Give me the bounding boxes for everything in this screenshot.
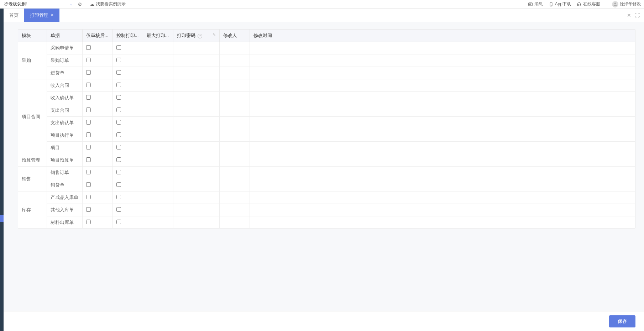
- checkbox-audit-only[interactable]: [86, 207, 91, 212]
- divider: [606, 2, 606, 7]
- cell-audit-only: [82, 129, 112, 142]
- close-icon[interactable]: ✕: [51, 13, 54, 17]
- cell-max-print[interactable]: [143, 191, 173, 204]
- checkbox-audit-only[interactable]: [86, 157, 91, 162]
- cell-module: 库存: [18, 191, 47, 228]
- cell-print-password[interactable]: [173, 179, 219, 191]
- cell-max-print[interactable]: [143, 167, 173, 179]
- checkbox-control-print[interactable]: [116, 195, 121, 199]
- checkbox-audit-only[interactable]: [86, 58, 91, 62]
- checkbox-control-print[interactable]: [116, 182, 121, 187]
- checkbox-control-print[interactable]: [116, 45, 121, 50]
- table-row: 销售销售订单: [18, 167, 635, 179]
- cell-modify-time: [250, 216, 635, 228]
- close-all-icon[interactable]: ✕: [627, 12, 631, 18]
- checkbox-audit-only[interactable]: [86, 182, 91, 187]
- cell-print-password[interactable]: [173, 216, 219, 228]
- cell-print-password[interactable]: [173, 42, 219, 54]
- cell-max-print[interactable]: [143, 92, 173, 104]
- checkbox-control-print[interactable]: [116, 120, 121, 125]
- cell-max-print[interactable]: [143, 179, 173, 191]
- cell-print-password[interactable]: [173, 142, 219, 154]
- cell-max-print[interactable]: [143, 79, 173, 92]
- cell-audit-only: [82, 204, 112, 216]
- cell-print-password[interactable]: [173, 104, 219, 117]
- checkbox-audit-only[interactable]: [86, 145, 91, 149]
- cell-max-print[interactable]: [143, 104, 173, 117]
- fullscreen-icon[interactable]: ⛶: [635, 12, 640, 18]
- gear-icon[interactable]: ⚙: [78, 1, 82, 7]
- online-service-link[interactable]: 在线客服: [577, 1, 600, 7]
- cell-print-password[interactable]: [173, 54, 219, 67]
- cell-print-password[interactable]: [173, 79, 219, 92]
- cell-audit-only: [82, 117, 112, 129]
- help-icon[interactable]: ?: [198, 34, 202, 38]
- cell-max-print[interactable]: [143, 129, 173, 142]
- checkbox-audit-only[interactable]: [86, 45, 91, 50]
- message-link[interactable]: 消息: [528, 1, 543, 7]
- cell-print-password[interactable]: [173, 154, 219, 167]
- checkbox-control-print[interactable]: [116, 157, 121, 162]
- cell-module: 采购: [18, 42, 47, 79]
- cell-audit-only: [82, 42, 112, 54]
- table-row: 项目: [18, 142, 635, 154]
- cell-max-print[interactable]: [143, 42, 173, 54]
- edit-icon[interactable]: ✎: [213, 32, 216, 37]
- cell-max-print[interactable]: [143, 142, 173, 154]
- cell-modifier: [219, 42, 250, 54]
- checkbox-control-print[interactable]: [116, 207, 121, 212]
- checkbox-audit-only[interactable]: [86, 95, 91, 100]
- checkbox-audit-only[interactable]: [86, 170, 91, 174]
- tab-home[interactable]: 首页: [4, 9, 24, 22]
- cell-audit-only: [82, 154, 112, 167]
- save-button[interactable]: 保存: [609, 315, 635, 327]
- message-label: 消息: [534, 1, 543, 7]
- cell-print-password[interactable]: [173, 204, 219, 216]
- cell-print-password[interactable]: [173, 117, 219, 129]
- cell-modifier: [219, 104, 250, 117]
- message-icon: [528, 2, 533, 7]
- checkbox-control-print[interactable]: [116, 220, 121, 224]
- svg-point-3: [614, 2, 616, 4]
- checkbox-audit-only[interactable]: [86, 120, 91, 125]
- user-menu[interactable]: 徐泽华修改: [612, 1, 641, 7]
- th-max-print: 最大打印...: [143, 30, 173, 42]
- checkbox-audit-only[interactable]: [86, 83, 91, 87]
- cell-max-print[interactable]: [143, 204, 173, 216]
- checkbox-audit-only[interactable]: [86, 220, 91, 224]
- demo-link[interactable]: ☁ 我要看实例演示: [90, 1, 126, 7]
- cell-print-password[interactable]: [173, 191, 219, 204]
- phone-icon: [549, 2, 554, 7]
- checkbox-audit-only[interactable]: [86, 107, 91, 112]
- company-selector[interactable]: 徐老板勿删! ⌄: [3, 1, 74, 7]
- table-scroll[interactable]: 模块 单据 仅审核后... 控制打印... 最大打印... 打印密码 ? ✎: [18, 30, 635, 228]
- cell-max-print[interactable]: [143, 54, 173, 67]
- cell-max-print[interactable]: [143, 154, 173, 167]
- cell-modifier: [219, 142, 250, 154]
- cell-print-password[interactable]: [173, 167, 219, 179]
- cell-max-print[interactable]: [143, 117, 173, 129]
- checkbox-control-print[interactable]: [116, 95, 121, 100]
- checkbox-control-print[interactable]: [116, 132, 121, 137]
- checkbox-control-print[interactable]: [116, 58, 121, 62]
- checkbox-control-print[interactable]: [116, 70, 121, 75]
- cell-max-print[interactable]: [143, 216, 173, 228]
- cell-bill: 支出合同: [47, 104, 82, 117]
- cell-print-password[interactable]: [173, 67, 219, 79]
- cell-audit-only: [82, 79, 112, 92]
- checkbox-control-print[interactable]: [116, 170, 121, 174]
- cell-modifier: [219, 117, 250, 129]
- checkbox-audit-only[interactable]: [86, 132, 91, 137]
- app-download-link[interactable]: App下载: [549, 1, 571, 7]
- tab-print-management[interactable]: 打印管理 ✕: [24, 9, 59, 22]
- cell-print-password[interactable]: [173, 129, 219, 142]
- checkbox-audit-only[interactable]: [86, 195, 91, 199]
- cell-max-print[interactable]: [143, 67, 173, 79]
- checkbox-audit-only[interactable]: [86, 70, 91, 75]
- cell-module: 预算管理: [18, 154, 47, 167]
- checkbox-control-print[interactable]: [116, 145, 121, 149]
- cell-control-print: [112, 104, 143, 117]
- cell-print-password[interactable]: [173, 92, 219, 104]
- checkbox-control-print[interactable]: [116, 83, 121, 87]
- checkbox-control-print[interactable]: [116, 107, 121, 112]
